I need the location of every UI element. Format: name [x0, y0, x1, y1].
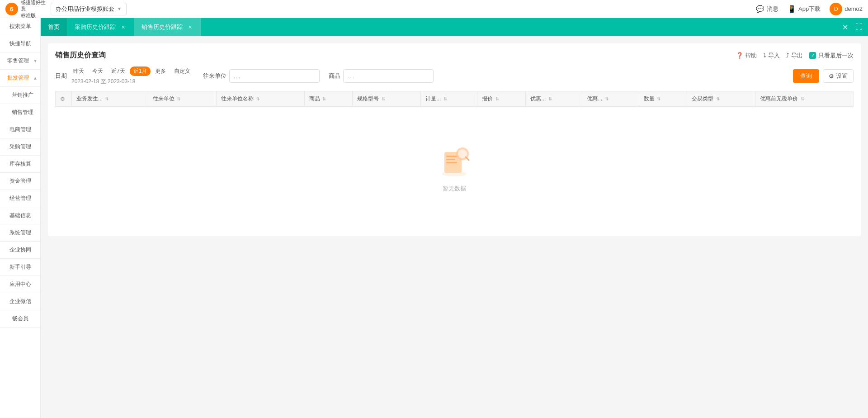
help-button[interactable]: ❓ 帮助 — [736, 52, 757, 60]
export-button[interactable]: ⤴ 导出 — [786, 52, 803, 60]
th-discount1[interactable]: 优惠... ⇅ — [526, 91, 582, 107]
tab-purchase-history-close[interactable]: ✕ — [119, 24, 127, 31]
user-menu[interactable]: D demo2 — [830, 3, 863, 15]
date-filter-block: 昨天 今天 近7天 近1月 更多 自定义 2023-02-18 至 2023-0… — [70, 66, 194, 86]
th-discount2[interactable]: 优惠... ⇅ — [582, 91, 639, 107]
sort-icon: ⇅ — [382, 96, 385, 101]
sidebar-item-wechat[interactable]: 企业微信 — [0, 293, 40, 310]
export-label: 导出 — [791, 52, 803, 60]
sort-icon: ⇅ — [443, 96, 447, 101]
th-trade-type[interactable]: 交易类型 ⇅ — [687, 91, 755, 107]
th-settings[interactable]: ⚙ — [56, 91, 72, 107]
date-btn-custom[interactable]: 自定义 — [170, 66, 194, 76]
logo-area: 6 畅捷通好生意 标准版 — [5, 0, 46, 19]
date-filter-label: 日期 — [55, 72, 67, 80]
avatar: D — [830, 3, 842, 15]
th-pre-tax-price[interactable]: 优惠前无税单价 ⇅ — [755, 91, 854, 107]
username: demo2 — [844, 5, 863, 12]
date-btn-yesterday[interactable]: 昨天 — [70, 66, 88, 76]
th-quote[interactable]: 报价 ⇅ — [477, 91, 526, 107]
tab-purchase-history-label: 采购历史价跟踪 — [75, 23, 116, 31]
counterparty-select[interactable]: ... — [229, 69, 320, 83]
tab-home-label: 首页 — [48, 23, 60, 31]
sidebar-item-shortcuts[interactable]: 快捷导航 — [0, 35, 40, 52]
sort-icon: ⇅ — [605, 96, 609, 101]
date-btn-7days[interactable]: 近7天 — [108, 66, 129, 76]
logo-icon: 6 — [5, 3, 18, 15]
th-pre-tax-price-label: 优惠前无税单价 — [760, 95, 798, 102]
sidebar-item-basic-info-label: 基础信息 — [3, 212, 38, 219]
only-last-text: 只看最后一次 — [818, 52, 854, 60]
sidebar-item-ecommerce[interactable]: 电商管理 — [0, 121, 40, 138]
sidebar-item-system-label: 系统管理 — [3, 229, 38, 237]
th-trade-type-label: 交易类型 — [692, 95, 713, 102]
tab-sales-history[interactable]: 销售历史价跟踪 ✕ — [134, 18, 201, 36]
sort-icon: ⇅ — [177, 96, 180, 101]
sort-icon: ⇅ — [801, 96, 804, 101]
counterparty-filter-group: 往来单位 ... — [203, 69, 320, 83]
page-header-row: 销售历史价查询 ❓ 帮助 ⤵ 导入 ⤴ 导出 — [55, 51, 854, 60]
sidebar-item-basic-info[interactable]: 基础信息 — [0, 207, 40, 224]
counterparty-label: 往来单位 — [203, 72, 226, 80]
import-button[interactable]: ⤵ 导入 — [763, 52, 780, 60]
product-label: 商品 — [329, 72, 340, 80]
date-options-row: 昨天 今天 近7天 近1月 更多 自定义 — [70, 66, 194, 76]
th-counterparty-code[interactable]: 往来单位 ⇅ — [148, 91, 217, 107]
tab-sales-history-close[interactable]: ✕ — [186, 24, 193, 31]
sidebar-item-purchase[interactable]: 采购管理 — [0, 138, 40, 156]
sort-icon: ⇅ — [716, 96, 720, 101]
filter-row: 日期 昨天 今天 近7天 近1月 更多 自定义 2023-0 — [55, 66, 854, 86]
th-biz-date-label: 业务发生... — [76, 95, 103, 102]
page-card: 销售历史价查询 ❓ 帮助 ⤵ 导入 ⤴ 导出 — [48, 43, 861, 236]
sidebar-item-retail[interactable]: 零售管理 ▼ — [0, 52, 40, 70]
th-biz-date[interactable]: 业务发生... ⇅ — [72, 91, 148, 107]
help-icon: ❓ — [736, 52, 743, 59]
th-spec[interactable]: 规格型号 ⇅ — [353, 91, 421, 107]
app-selector[interactable]: 办公用品行业模拟账套 ▼ — [51, 3, 127, 15]
th-product[interactable]: 商品 ⇅ — [304, 91, 353, 107]
help-label: 帮助 — [745, 52, 757, 60]
sidebar-item-sales[interactable]: 销售管理 — [0, 104, 40, 121]
th-unit[interactable]: 计量... ⇅ — [421, 91, 477, 107]
import-label: 导入 — [768, 52, 780, 60]
sidebar-item-search-label: 搜索菜单 — [3, 23, 38, 30]
page-content: 销售历史价查询 ❓ 帮助 ⤵ 导入 ⤴ 导出 — [41, 36, 868, 418]
sidebar-item-marketing[interactable]: 营销推广 — [0, 87, 40, 104]
close-tab-button[interactable]: ✕ — [840, 21, 850, 33]
date-btn-1month[interactable]: 近1月 — [130, 66, 151, 76]
settings-label: 设置 — [836, 72, 848, 80]
settings-col-icon: ⚙ — [60, 96, 65, 102]
sidebar-item-finance[interactable]: 资金管理 — [0, 173, 40, 190]
date-btn-today[interactable]: 今天 — [89, 66, 107, 76]
sidebar-item-newbie[interactable]: 新手引导 — [0, 259, 40, 276]
sidebar-item-system[interactable]: 系统管理 — [0, 224, 40, 242]
sidebar-item-enterprise[interactable]: 企业协同 — [0, 242, 40, 259]
sidebar-item-search[interactable]: 搜索菜单 — [0, 18, 40, 35]
sidebar-item-inventory[interactable]: 库存核算 — [0, 156, 40, 173]
sidebar-item-app-center[interactable]: 应用中心 — [0, 276, 40, 293]
sidebar-item-wechat-label: 企业微信 — [3, 298, 38, 305]
only-last-checkbox-label[interactable]: ✓ 只看最后一次 — [809, 52, 854, 60]
th-quantity[interactable]: 数量 ⇅ — [639, 91, 687, 107]
th-unit-label: 计量... — [425, 95, 441, 102]
settings-button[interactable]: ⚙ 设置 — [823, 69, 854, 83]
tab-home[interactable]: 首页 — [41, 18, 67, 36]
tab-purchase-history[interactable]: 采购历史价跟踪 ✕ — [67, 18, 134, 36]
date-btn-more[interactable]: 更多 — [151, 66, 170, 76]
query-button[interactable]: 查询 — [793, 69, 819, 83]
maximize-button[interactable]: ⛶ — [854, 21, 864, 33]
import-icon: ⤵ — [763, 52, 766, 59]
product-select[interactable]: ... — [343, 69, 434, 83]
sidebar-item-wholesale[interactable]: 批发管理 ▲ — [0, 70, 40, 87]
message-action[interactable]: 💬 消息 — [756, 5, 778, 13]
th-counterparty-name[interactable]: 往来单位名称 ⇅ — [216, 91, 304, 107]
sidebar-item-operations[interactable]: 经营管理 — [0, 190, 40, 207]
sidebar: 搜索菜单 快捷导航 零售管理 ▼ 批发管理 ▲ 营销推广 销售管理 电商管理 采… — [0, 18, 41, 418]
only-last-checkbox[interactable]: ✓ — [809, 52, 816, 59]
product-placeholder: ... — [347, 73, 355, 80]
download-icon: 📱 — [788, 5, 796, 13]
sidebar-item-member[interactable]: 畅会员 — [0, 310, 40, 328]
app-download-action[interactable]: 📱 App下载 — [788, 5, 821, 13]
sort-icon: ⇅ — [548, 96, 552, 101]
message-icon: 💬 — [756, 5, 764, 13]
